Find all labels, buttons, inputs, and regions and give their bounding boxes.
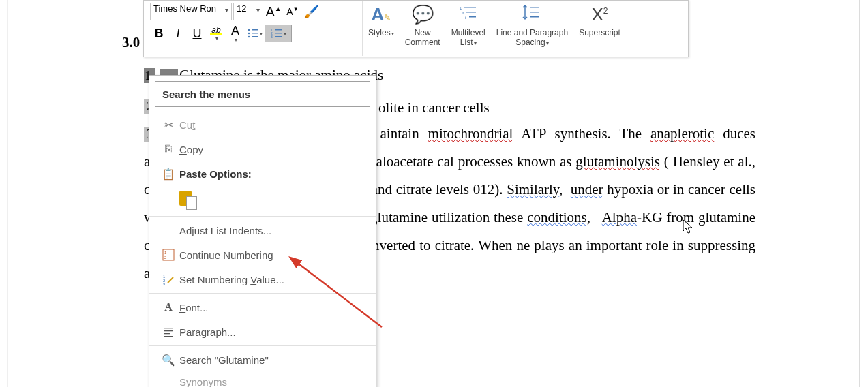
svg-point-4 xyxy=(248,36,250,38)
font-icon: A xyxy=(158,301,179,313)
svg-rect-3 xyxy=(252,33,258,34)
underline-button[interactable]: U xyxy=(188,25,206,42)
svg-rect-5 xyxy=(252,36,258,37)
svg-rect-7 xyxy=(275,29,282,31)
clipboard-icon xyxy=(179,191,197,210)
spelling-error-mitochrondrial[interactable]: mitochrondrial xyxy=(428,125,513,142)
multilevel-icon: 1ai xyxy=(458,4,479,25)
comment-icon: 💬 xyxy=(412,4,434,25)
paragraph-menu-item[interactable]: Paragraph... xyxy=(149,320,376,344)
search-term-menu-item[interactable]: 🔍 Search "Glutamine" xyxy=(149,347,376,372)
svg-rect-17 xyxy=(469,16,476,18)
list-text-2-tail: olite in cancer cells xyxy=(378,94,490,122)
bold-button[interactable]: B xyxy=(150,25,168,42)
paste-keep-source-button[interactable] xyxy=(149,186,376,215)
spelling-error-anaplerotic[interactable]: anaplerotic xyxy=(650,125,714,142)
cut-menu-item[interactable]: ✂ Cut xyxy=(149,112,376,137)
copy-menu-item[interactable]: ⎘ Copy xyxy=(149,137,376,161)
svg-rect-15 xyxy=(466,12,476,13)
svg-rect-27 xyxy=(164,328,173,328)
shrink-font-button[interactable]: A▼ xyxy=(284,3,301,20)
font-size-select[interactable]: 12 xyxy=(233,3,263,20)
svg-rect-20 xyxy=(530,16,539,18)
format-painter-button[interactable]: 🖌️ xyxy=(303,3,320,20)
superscript-button[interactable]: X2 Superscript xyxy=(573,1,626,55)
mini-toolbar: Times New Ron 12 A▲ A▼ 🖌️ B I U ab A 123 xyxy=(143,0,689,57)
grammar-conditions[interactable]: conditions, xyxy=(527,209,590,226)
grammar-under[interactable]: under xyxy=(571,181,603,198)
svg-text:1: 1 xyxy=(460,6,462,10)
styles-icon: A✎ xyxy=(371,4,391,25)
context-menu: Search the menus ✂ Cut ⎘ Copy 📋 Paste Op… xyxy=(149,75,376,387)
svg-rect-30 xyxy=(164,336,173,337)
continue-numbering-menu-item[interactable]: 12 Continue Numbering xyxy=(149,243,376,267)
svg-text:a: a xyxy=(462,11,465,15)
svg-rect-11 xyxy=(275,36,282,37)
set-numbering-icon: 123 xyxy=(158,273,179,285)
svg-point-2 xyxy=(248,33,250,35)
grammar-similarly[interactable]: Similarly, xyxy=(507,181,563,198)
line-spacing-button[interactable]: Line and Paragraph Spacing xyxy=(491,1,573,55)
bullets-button[interactable] xyxy=(245,25,263,42)
set-numbering-value-menu-item[interactable]: 123 Set Numbering Value... xyxy=(149,267,376,292)
svg-rect-13 xyxy=(464,7,476,8)
svg-text:1: 1 xyxy=(164,251,167,255)
svg-text:3: 3 xyxy=(163,283,166,285)
svg-rect-29 xyxy=(164,333,170,334)
paragraph-icon xyxy=(158,326,179,337)
superscript-icon: X2 xyxy=(591,4,608,25)
font-menu-item[interactable]: A Font... xyxy=(149,295,376,320)
svg-rect-28 xyxy=(164,330,173,331)
menu-search-input[interactable]: Search the menus xyxy=(155,81,370,107)
spacing-icon xyxy=(522,4,542,25)
paste-options-menu-item[interactable]: 📋 Paste Options: xyxy=(149,161,376,186)
adjust-list-indents-menu-item[interactable]: Adjust List Indents... xyxy=(149,218,376,243)
paste-icon: 📋 xyxy=(158,168,179,181)
search-icon: 🔍 xyxy=(158,354,179,367)
highlight-button[interactable]: ab xyxy=(207,25,225,42)
svg-rect-1 xyxy=(252,29,258,31)
svg-rect-18 xyxy=(530,7,539,8)
new-comment-button[interactable]: 💬 New Comment xyxy=(400,1,446,55)
numbering-button[interactable]: 123 xyxy=(265,25,292,42)
grammar-alpha[interactable]: Alpha xyxy=(602,209,637,226)
svg-text:2: 2 xyxy=(164,256,167,260)
multilevel-list-button[interactable]: 1ai Multilevel List xyxy=(446,1,491,55)
grow-font-button[interactable]: A▲ xyxy=(265,3,282,20)
continue-numbering-icon: 12 xyxy=(158,249,179,261)
svg-point-0 xyxy=(248,29,250,31)
styles-button[interactable]: A✎ Styles xyxy=(363,1,400,55)
font-color-button[interactable]: A xyxy=(226,25,244,42)
svg-rect-9 xyxy=(275,33,282,34)
svg-rect-19 xyxy=(530,12,539,13)
font-name-select[interactable]: Times New Ron xyxy=(150,3,232,20)
synonyms-menu-item[interactable]: Synonyms xyxy=(149,372,376,387)
svg-text:i: i xyxy=(465,16,466,20)
spelling-error-glutaminolysis[interactable]: glutaminolysis xyxy=(575,153,660,170)
svg-text:3: 3 xyxy=(271,35,273,39)
copy-icon: ⎘ xyxy=(158,143,179,155)
cut-icon: ✂ xyxy=(158,119,179,131)
italic-button[interactable]: I xyxy=(169,25,187,42)
